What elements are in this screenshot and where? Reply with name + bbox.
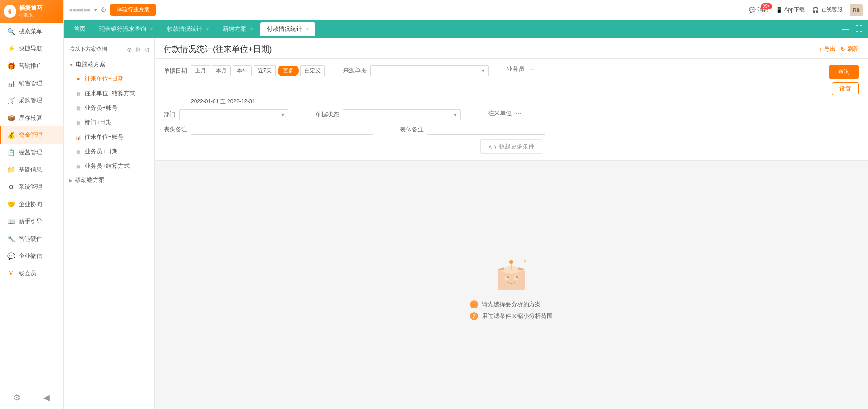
left-panel-actions: ⊕ ⚙ ◁ [127,46,149,53]
tab-home-label: 首页 [74,25,85,33]
sidebar-item-system[interactable]: ⚙ 系统管理 [0,178,63,196]
svg-point-7 [516,276,518,278]
tab-bank-close[interactable]: × [150,26,153,32]
tab-home[interactable]: 首页 [67,22,92,36]
filter-headernote-input[interactable] [191,125,373,135]
left-panel-add-btn[interactable]: ⊕ [127,46,132,53]
sidebar-item-wechat[interactable]: 💬 企业微信 [0,247,63,265]
sidebar-item-enterprise[interactable]: 🤝 企业协同 [0,196,63,213]
filter-dept-select[interactable]: ▾ [179,109,288,120]
refresh-icon: ↻ [840,46,845,53]
tabs-maximize-btn[interactable]: ⛶ [853,24,864,34]
sidebar-item-inventory[interactable]: 📦 库存核算 [0,109,63,126]
tab-receipt-close[interactable]: × [206,26,209,32]
sidebar-item-basic[interactable]: 📁 基础信息 [0,161,63,178]
scheme-counterparty-settle-label: 往来单位+结算方式 [85,89,135,97]
notification-item[interactable]: 💬 消息 99+ [749,6,768,14]
left-panel: 按以下方案查询 ⊕ ⚙ ◁ ▼ 电脑端方案 ● 往来单位+日期 ▦ [64,38,155,409]
refresh-label: 刷新 [847,45,859,53]
tab-payment[interactable]: 付款情况统计 × [260,22,315,36]
empty-tip-2: 2 用过滤条件来缩小分析范围 [470,312,553,320]
sidebar-item-purchase[interactable]: 🛒 采购管理 [0,92,63,109]
app-name-block: 畅捷通巧 标准版 [19,5,43,18]
collapse-icon: ∧∧ [488,143,497,150]
wechat-icon: 💬 [7,252,15,260]
scheme-item-dept-date[interactable]: ▦ 部门+日期 [64,115,154,130]
topbar-right: 💬 消息 99+ 📱 App下载 🎧 在线客服 Rit [749,4,863,16]
left-panel-collapse-btn[interactable]: ◁ [144,46,149,53]
date-btn-this-month[interactable]: 本月 [212,65,231,76]
tip-2-text: 用过滤条件来缩小分析范围 [482,312,553,320]
sidebar-item-sales[interactable]: 📊 销售管理 [0,75,63,92]
shortcut-icon: ⚡ [7,45,15,53]
hardware-icon: 🔧 [7,235,15,243]
desktop-group-label: 电脑端方案 [76,61,105,69]
avatar-item[interactable]: Rit [850,4,863,16]
tabs-actions: — ⛶ [840,24,864,34]
scheme-item-salesperson-settle[interactable]: ▦ 业务员+结算方式 [64,159,154,173]
left-panel-settings-btn[interactable]: ⚙ [135,46,141,53]
online-service-item[interactable]: 🎧 在线客服 [812,6,843,14]
sidebar-item-search[interactable]: 🔍 搜索菜单 [0,23,63,40]
sidebar-item-guide[interactable]: 📖 新手引导 [0,213,63,230]
tab-new-scheme-close[interactable]: × [250,26,253,32]
sidebar-item-vip[interactable]: V 畅会员 [0,265,63,282]
export-btn[interactable]: ↑ 导出 [819,45,836,53]
trial-btn[interactable]: 体验行业方案 [110,4,156,16]
app-download-label: App下载 [784,6,805,14]
sidebar-item-operation[interactable]: 📋 经营管理 [0,144,63,161]
company-dropdown-arrow[interactable]: ▾ [94,7,97,13]
tab-receipt[interactable]: 收款情况统计 × [160,22,215,36]
tabs-minimize-btn[interactable]: — [840,24,851,34]
mobile-scheme-group-header[interactable]: ▶ 移动端方案 [64,173,154,187]
date-btn-more[interactable]: 更多 [278,66,299,76]
sidebar-settings-btn[interactable]: ⚙ [4,390,30,405]
sidebar-item-finance[interactable]: 💰 资金管理 [0,126,63,144]
filter-actions-col: 查询 设置 [829,65,859,95]
sidebar-item-shortcut[interactable]: ⚡ 快捷导航 [0,40,63,57]
sidebar-collapse-btn[interactable]: ◀ [34,390,60,405]
sidebar-item-hardware[interactable]: 🔧 智能硬件 [0,230,63,247]
tip-num-1: 1 [470,300,478,308]
mobile-group-label: 移动端方案 [75,176,105,184]
sidebar-item-marketing[interactable]: 🎁 营销推广 [0,57,63,75]
date-btn-custom[interactable]: 自定义 [300,65,325,76]
scheme-item-counterparty-date[interactable]: ● 往来单位+日期 [64,71,154,86]
sidebar-item-search-label: 搜索菜单 [19,27,42,35]
date-btn-7days[interactable]: 近7天 [254,65,276,76]
filter-docstatus-select[interactable]: ▾ [343,109,461,120]
collapse-btn[interactable]: ∧∧ 收起更多条件 [480,139,542,154]
scheme-item-counterparty-settle[interactable]: ▦ 往来单位+结算方式 [64,86,154,101]
desktop-scheme-group-header[interactable]: ▼ 电脑端方案 [64,58,154,71]
tab-bank[interactable]: 现金银行流水查询 × [93,22,160,36]
date-btn-this-year[interactable]: 本年 [233,65,252,76]
desktop-group-arrow: ▼ [69,62,74,67]
filter-date-label: 单据日期 [164,67,187,75]
headset-icon: 🎧 [812,7,819,13]
counterparty-dots[interactable]: ··· [515,109,521,117]
scheme-item-salesperson-date[interactable]: ▦ 业务员+日期 [64,144,154,159]
settings-btn[interactable]: 设置 [832,82,859,95]
finance-icon: 💰 [7,131,15,139]
filter-headernote-item: 表头备注 [164,125,373,135]
date-btn-last-month[interactable]: 上月 [191,65,210,76]
scheme-counterparty-date-label: 往来单位+日期 [85,75,124,83]
sidebar-item-wechat-label: 企业微信 [19,252,42,260]
filter-source-select[interactable]: ▾ [370,65,489,76]
scheme-item-counterparty-account[interactable]: 📊 往来单位+账号 [64,130,154,144]
tab-new-scheme[interactable]: 新建方案 × [216,22,259,36]
scheme-salesperson-date-label: 业务员+日期 [85,147,118,156]
salesperson-dots[interactable]: ··· [528,65,534,73]
app-download-item[interactable]: 📱 App下载 [776,6,805,14]
sidebar-item-shortcut-label: 快捷导航 [19,45,42,53]
topbar-settings-icon[interactable]: ⚙ [100,5,107,14]
app-edition: 标准版 [19,12,43,18]
query-btn[interactable]: 查询 [829,65,859,79]
scheme-item-salesperson-account[interactable]: ▦ 业务员+账号 [64,101,154,115]
filter-salesperson-item: 业务员 ··· [507,65,534,73]
search-icon: 🔍 [7,27,15,35]
tab-payment-close[interactable]: × [306,26,309,32]
filter-bodynote-input[interactable] [427,125,545,135]
refresh-btn[interactable]: ↻ 刷新 [840,45,859,53]
scheme-counterparty-account-label: 往来单位+账号 [85,133,124,141]
